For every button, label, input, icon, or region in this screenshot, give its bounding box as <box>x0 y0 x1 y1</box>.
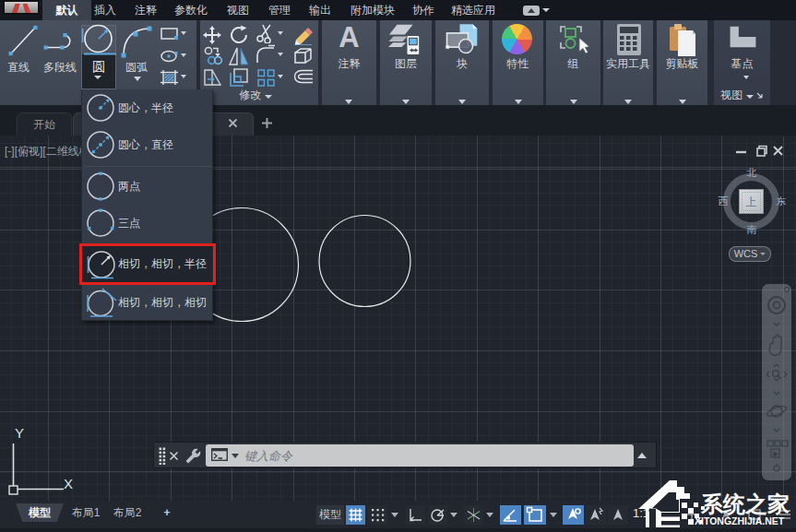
svg-text:Y: Y <box>15 425 24 441</box>
svg-text:XITONGZHIJIA.NET: XITONGZHIJIA.NET <box>695 515 785 526</box>
svg-text:X: X <box>64 476 73 491</box>
svg-text:系统之家: 系统之家 <box>700 491 790 516</box>
